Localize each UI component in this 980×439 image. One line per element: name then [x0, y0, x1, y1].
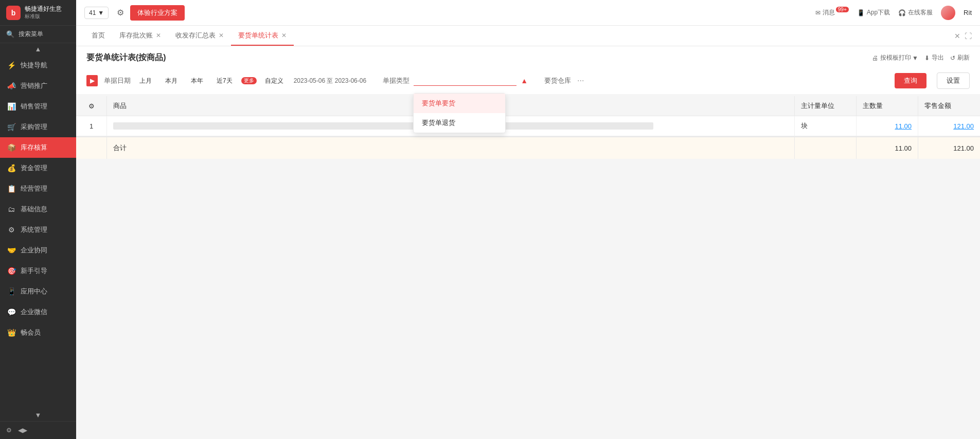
- page-header: 要货单统计表(按商品) 🖨 按模板打印 ▼ ⬇ 导出 ↺ 刷新: [76, 46, 980, 67]
- app-logo-icon: b: [6, 6, 21, 20]
- date-filter-label: 单据日期: [104, 76, 131, 85]
- sidebar-item-marketing[interactable]: 📣 营销推广: [0, 76, 76, 96]
- content: 要货单统计表(按商品) 🖨 按模板打印 ▼ ⬇ 导出 ↺ 刷新: [76, 46, 980, 439]
- tab-sales-summary-close[interactable]: ✕: [219, 32, 224, 39]
- sidebar-scroll-down[interactable]: ▼: [0, 409, 76, 421]
- sidebar-item-sales[interactable]: 📊 销售管理: [0, 96, 76, 117]
- date-range-display: 2023-05-06 至 2023-06-06: [294, 77, 366, 85]
- sidebar-item-system[interactable]: ⚙ 系统管理: [0, 220, 76, 240]
- sidebar-item-label: 经营管理: [21, 184, 47, 193]
- app-logo-text: 畅捷通好生意 标准版: [25, 5, 62, 21]
- warehouse-filter-section: 要货仓库 ···: [544, 76, 584, 85]
- tab-order-stats-label: 要货单统计表: [238, 31, 278, 40]
- print-label: 按模板打印: [880, 53, 911, 62]
- query-btn[interactable]: 查询: [895, 73, 926, 88]
- sidebar-search[interactable]: 🔍 搜索菜单: [0, 26, 76, 43]
- date-btn-this-month[interactable]: 本月: [161, 75, 182, 87]
- tab-home[interactable]: 首页: [84, 26, 112, 46]
- date-more-badge[interactable]: 更多: [241, 77, 257, 84]
- enterprise-icon: 🤝: [6, 245, 16, 255]
- version-select[interactable]: 41 ▼: [84, 7, 109, 19]
- export-label: 导出: [932, 53, 944, 62]
- date-filter-section: 单据日期 上月 本月 本年 近7天 更多 自定义 2023-05-06 至 20…: [104, 75, 366, 87]
- page-actions: 🖨 按模板打印 ▼ ⬇ 导出 ↺ 刷新: [872, 53, 970, 62]
- header-service[interactable]: 🎧 在线客服: [898, 8, 933, 17]
- header-settings-icon[interactable]: ⚙: [117, 8, 124, 17]
- date-btn-last-month[interactable]: 上月: [135, 75, 156, 87]
- tabs-window-btns: ✕ ⛶: [954, 32, 972, 40]
- sidebar-item-guide[interactable]: 🎯 新手引导: [0, 261, 76, 281]
- tabs-bar: 首页 库存批次账 ✕ 收发存汇总表 ✕ 要货单统计表 ✕ ✕ ⛶: [76, 26, 980, 46]
- table-row: 1 块 11.00 121.00: [76, 116, 980, 136]
- sidebar-item-label: 新手引导: [21, 266, 47, 276]
- expand-icon[interactable]: ⛶: [965, 32, 972, 40]
- th-settings[interactable]: ⚙: [76, 96, 107, 116]
- avatar[interactable]: [941, 6, 955, 20]
- quantity-link[interactable]: 11.00: [895, 122, 912, 130]
- filter-expand-btn[interactable]: ▶: [86, 75, 98, 86]
- type-filter-input[interactable]: [414, 76, 516, 86]
- header-app[interactable]: 📱 App下载: [857, 8, 890, 17]
- sidebar-collapse-btn[interactable]: ◀▶: [18, 427, 27, 434]
- sidebar-item-shortcut[interactable]: ⚡ 快捷导航: [0, 55, 76, 76]
- sidebar-search-label: 搜索菜单: [19, 30, 43, 39]
- amount-link[interactable]: 121.00: [953, 122, 974, 130]
- type-filter-section: 单据类型 ▲: [383, 76, 528, 86]
- warehouse-more-btn[interactable]: ···: [577, 76, 584, 85]
- tf-label: 合计: [107, 137, 795, 159]
- sidebar-item-app-center[interactable]: 📱 应用中心: [0, 281, 76, 302]
- date-btn-7days[interactable]: 近7天: [212, 75, 237, 87]
- sidebar-item-finance[interactable]: 💰 资金管理: [0, 158, 76, 178]
- trial-btn[interactable]: 体验行业方案: [130, 5, 185, 21]
- page-title: 要货单统计表(按商品): [86, 52, 166, 63]
- sidebar-item-inventory[interactable]: 📦 库存核算: [0, 137, 76, 158]
- sidebar-item-label: 应用中心: [21, 287, 47, 296]
- print-dropdown-icon: ▼: [912, 54, 918, 62]
- sidebar-item-label: 畅会员: [21, 328, 41, 337]
- sidebar-item-label: 资金管理: [21, 163, 47, 173]
- sidebar-item-label: 采购管理: [21, 122, 47, 132]
- date-custom-btn[interactable]: 自定义: [261, 75, 288, 87]
- type-dropdown: 要货单要货 要货单退货: [413, 93, 506, 133]
- tab-inventory-batch-close[interactable]: ✕: [156, 32, 161, 39]
- dropdown-item-yh-order[interactable]: 要货单要货: [414, 94, 505, 113]
- header-msg[interactable]: ✉ 消息 99+: [815, 8, 849, 17]
- sidebar-item-label: 快捷导航: [21, 61, 47, 70]
- close-all-icon[interactable]: ✕: [954, 32, 960, 40]
- header-left: 41 ▼ ⚙ 体验行业方案: [84, 5, 815, 21]
- tab-order-stats-close[interactable]: ✕: [281, 32, 287, 39]
- td-quantity: 11.00: [857, 116, 918, 136]
- sidebar-item-purchase[interactable]: 🛒 采购管理: [0, 117, 76, 137]
- app-label: App下载: [867, 8, 890, 17]
- tf-amount: 121.00: [918, 137, 980, 159]
- sidebar-scroll-up[interactable]: ▲: [0, 43, 76, 55]
- tab-inventory-batch[interactable]: 库存批次账 ✕: [112, 26, 168, 46]
- tab-sales-summary[interactable]: 收发存汇总表 ✕: [168, 26, 231, 46]
- sidebar-settings-btn[interactable]: ⚙: [6, 427, 12, 434]
- sidebar-item-enterprise[interactable]: 🤝 企业协同: [0, 240, 76, 261]
- sidebar-item-wechat[interactable]: 💬 企业微信: [0, 302, 76, 322]
- print-btn[interactable]: 🖨 按模板打印 ▼: [872, 53, 918, 62]
- dropdown-item-yh-return[interactable]: 要货单退货: [414, 113, 505, 133]
- service-label: 在线客服: [908, 8, 933, 17]
- sidebar-item-label: 系统管理: [21, 225, 47, 234]
- refresh-btn[interactable]: ↺ 刷新: [950, 53, 970, 62]
- tf-unit: [795, 137, 857, 159]
- search-icon: 🔍: [6, 30, 14, 38]
- type-filter-arrow[interactable]: ▲: [521, 77, 528, 85]
- sidebar-item-operations[interactable]: 📋 经营管理: [0, 178, 76, 199]
- sidebar-nav: ⚡ 快捷导航 📣 营销推广 📊 销售管理 🛒 采购管理 📦 库存核算 💰 资金管…: [0, 55, 76, 409]
- export-btn[interactable]: ⬇ 导出: [924, 53, 944, 62]
- sidebar-item-members[interactable]: 👑 畅会员: [0, 322, 76, 343]
- td-amount: 121.00: [918, 116, 980, 136]
- sidebar-item-base[interactable]: 🗂 基础信息: [0, 199, 76, 220]
- table-header: ⚙ 商品 主计量单位 主数量 零售金额: [76, 96, 980, 116]
- date-btn-this-year[interactable]: 本年: [186, 75, 208, 87]
- filter-settings-btn[interactable]: 设置: [937, 72, 970, 89]
- tab-sales-summary-label: 收发存汇总表: [175, 31, 216, 40]
- tab-order-stats[interactable]: 要货单统计表 ✕: [231, 26, 294, 46]
- sidebar-item-label: 企业微信: [21, 307, 47, 317]
- th-amount: 零售金额: [918, 96, 980, 116]
- product-placeholder: [113, 122, 653, 130]
- print-icon: 🖨: [872, 54, 878, 62]
